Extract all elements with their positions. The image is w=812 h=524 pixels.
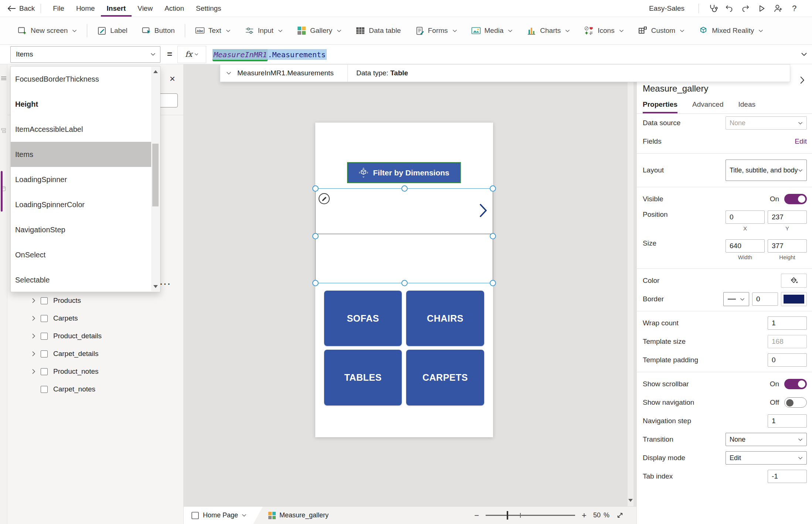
selected-control-chip[interactable]: Measure_gallery	[268, 507, 329, 524]
help-icon[interactable]: ?	[786, 2, 802, 15]
zoom-in-button[interactable]: +	[582, 511, 587, 520]
chevron-right-icon[interactable]	[32, 333, 37, 339]
tree-item-carpets[interactable]: Carpets	[7, 309, 183, 327]
scrollbar-thumb[interactable]	[152, 144, 159, 206]
ribbon-item-button[interactable]: Button	[135, 21, 182, 40]
scroll-up-icon[interactable]	[151, 68, 160, 76]
menu-item-home[interactable]: Home	[70, 0, 101, 17]
transition-dropdown[interactable]: None	[726, 433, 807, 446]
tree-item-product_notes[interactable]: Product_notes	[7, 363, 183, 380]
close-icon[interactable]: ×	[170, 74, 175, 83]
navigation-step-input[interactable]: 1	[768, 414, 807, 428]
formula-input[interactable]: MeasureInMR1.Measurements	[208, 46, 796, 63]
gallery-next-item-arrow[interactable]	[479, 202, 487, 220]
menu-item-insert[interactable]: Insert	[101, 0, 132, 17]
chevron-right-icon[interactable]	[32, 369, 37, 374]
property-option-focusedborderthickness[interactable]: FocusedBorderThickness	[11, 66, 151, 92]
menu-item-action[interactable]: Action	[159, 0, 190, 17]
formula-bar-expand-button[interactable]	[796, 52, 812, 56]
filter-by-dimensions-button[interactable]: Filter by Dimensions	[347, 162, 461, 183]
tile-chairs[interactable]: CHAIRS	[406, 291, 484, 346]
tile-carpets[interactable]: CARPETS	[406, 350, 484, 405]
ribbon-item-gallery[interactable]: Gallery	[290, 21, 349, 40]
visible-toggle[interactable]	[784, 194, 807, 204]
hamburger-icon[interactable]	[1, 75, 6, 82]
ribbon-item-data-table[interactable]: Data table	[349, 21, 408, 40]
size-height-input[interactable]: 377	[768, 239, 807, 253]
property-option-itemaccessiblelabel[interactable]: ItemAccessibleLabel	[11, 117, 151, 142]
resize-handle[interactable]	[490, 185, 496, 192]
tree-item-carpet_details[interactable]: Carpet_details	[7, 345, 183, 363]
resize-handle[interactable]	[490, 280, 496, 286]
menu-item-file[interactable]: File	[47, 0, 70, 17]
resize-handle[interactable]	[312, 280, 319, 286]
ribbon-item-input[interactable]: Input	[238, 21, 290, 40]
ribbon-item-custom[interactable]: Custom	[631, 21, 692, 40]
ribbon-item-forms[interactable]: Forms	[408, 21, 464, 40]
property-option-navigationstep[interactable]: NavigationStep	[11, 217, 151, 242]
checkbox[interactable]	[41, 297, 48, 304]
layout-dropdown[interactable]: Title, subtitle, and body	[726, 160, 807, 181]
zoom-slider-thumb[interactable]	[507, 511, 508, 520]
position-y-input[interactable]: 237	[768, 210, 807, 224]
tree-item-product_details[interactable]: Product_details	[7, 327, 183, 345]
border-color-button[interactable]	[781, 292, 807, 306]
size-width-input[interactable]: 640	[726, 239, 765, 253]
tab-advanced[interactable]: Advanced	[692, 100, 724, 113]
screen-breadcrumb[interactable]: Home Page	[184, 507, 263, 524]
property-option-loadingspinnercolor[interactable]: LoadingSpinnerColor	[11, 192, 151, 217]
wrap-count-input[interactable]: 1	[768, 316, 807, 330]
fit-to-window-icon[interactable]	[616, 511, 624, 519]
chevron-right-icon[interactable]	[32, 351, 37, 356]
property-option-onselect[interactable]: OnSelect	[11, 242, 151, 267]
preview-icon[interactable]	[754, 2, 770, 15]
ribbon-item-media[interactable]: Media	[464, 21, 520, 40]
selected-gallery-control[interactable]	[315, 188, 493, 283]
display-mode-dropdown[interactable]: Edit	[726, 451, 807, 465]
edit-gallery-button[interactable]	[319, 193, 330, 204]
color-picker-button[interactable]	[781, 274, 807, 288]
chevron-right-icon[interactable]	[32, 316, 37, 321]
checkbox[interactable]	[41, 368, 48, 375]
zoom-out-button[interactable]: −	[474, 511, 479, 520]
ribbon-item-text[interactable]: AbcText	[188, 21, 238, 40]
property-option-loadingspinner[interactable]: LoadingSpinner	[11, 167, 151, 192]
property-option-items[interactable]: Items	[11, 142, 151, 167]
checkbox[interactable]	[41, 315, 48, 322]
menu-item-view[interactable]: View	[132, 0, 159, 17]
show-navigation-toggle[interactable]	[784, 397, 807, 408]
fx-dropdown[interactable]: fx	[177, 46, 206, 63]
app-checker-icon[interactable]	[705, 2, 721, 15]
dropdown-scrollbar[interactable]	[151, 67, 160, 291]
zoom-slider[interactable]	[486, 515, 575, 516]
share-icon[interactable]	[770, 2, 786, 15]
resize-handle[interactable]	[490, 233, 496, 239]
template-padding-input[interactable]: 0	[768, 353, 807, 367]
scroll-down-icon[interactable]	[151, 282, 160, 291]
undo-icon[interactable]	[721, 2, 737, 15]
ribbon-item-icons[interactable]: Icons	[577, 21, 631, 40]
ribbon-item-charts[interactable]: Charts	[520, 21, 577, 40]
resize-handle[interactable]	[312, 233, 319, 239]
resize-handle[interactable]	[401, 185, 408, 192]
back-button[interactable]: Back	[7, 4, 35, 13]
resize-handle[interactable]	[401, 280, 408, 286]
panel-collapse-icon[interactable]	[800, 76, 805, 86]
ribbon-item-new-screen[interactable]: New screen	[10, 21, 84, 40]
tab-ideas[interactable]: Ideas	[738, 100, 755, 113]
tab-properties[interactable]: Properties	[643, 100, 677, 113]
canvas-scrollbar[interactable]	[628, 64, 633, 506]
border-style-dropdown[interactable]	[723, 292, 749, 306]
redo-icon[interactable]	[737, 2, 754, 15]
tile-sofas[interactable]: SOFAS	[324, 291, 402, 346]
fields-edit-link[interactable]: Edit	[795, 137, 807, 145]
formula-suggestion-popup[interactable]: MeasureInMR1.Measurements Data type: Tab…	[220, 64, 790, 82]
tree-item-carpet_notes[interactable]: Carpet_notes	[7, 380, 183, 398]
border-thickness-input[interactable]: 0	[752, 292, 778, 306]
property-option-selectable[interactable]: Selectable	[11, 267, 151, 292]
menu-item-settings[interactable]: Settings	[190, 0, 227, 17]
scroll-down-icon[interactable]	[628, 499, 633, 502]
tree-item-products[interactable]: Products	[7, 292, 183, 309]
chevron-right-icon[interactable]	[32, 298, 37, 303]
resize-handle[interactable]	[312, 185, 319, 192]
